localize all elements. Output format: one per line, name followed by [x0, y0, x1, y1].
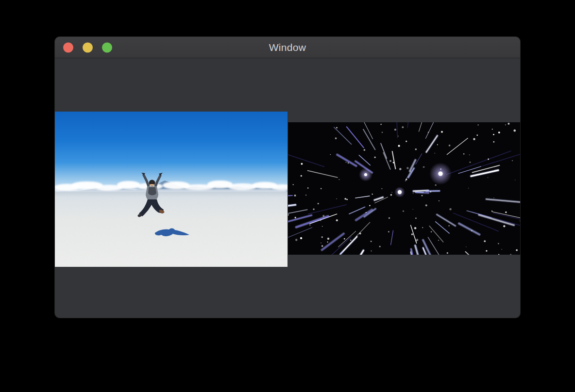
- traffic-lights: [63, 42, 112, 52]
- app-window: Window: [55, 37, 520, 318]
- window-title: Window: [269, 42, 306, 53]
- minimize-button[interactable]: [83, 42, 93, 52]
- photo-salt-flat: [55, 112, 288, 267]
- window-content: [55, 58, 520, 318]
- salt-flat-illustration: [55, 112, 288, 267]
- window-titlebar[interactable]: Window: [55, 37, 520, 58]
- hyperspace-illustration: [288, 122, 520, 255]
- close-button[interactable]: [63, 42, 73, 52]
- photo-hyperspace: [288, 122, 520, 255]
- zoom-button[interactable]: [102, 42, 112, 52]
